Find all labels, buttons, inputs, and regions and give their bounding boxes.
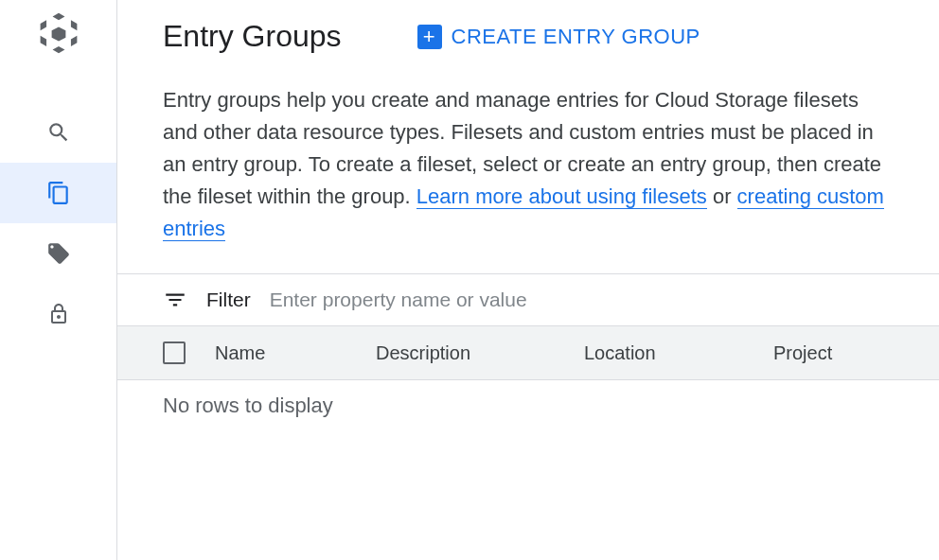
- sidebar: [0, 0, 117, 560]
- sidebar-item-entry-groups[interactable]: [0, 163, 116, 223]
- column-project[interactable]: Project: [773, 342, 894, 364]
- select-all-checkbox[interactable]: [163, 341, 186, 364]
- svg-marker-2: [40, 20, 45, 30]
- filter-label: Filter: [206, 289, 251, 311]
- svg-marker-3: [70, 36, 76, 46]
- svg-marker-6: [51, 27, 65, 42]
- hexagon-logo-icon: [36, 9, 81, 59]
- create-entry-group-button[interactable]: + CREATE ENTRY GROUP: [417, 25, 700, 49]
- svg-marker-1: [70, 20, 76, 30]
- svg-marker-5: [52, 46, 64, 53]
- description-text: Entry groups help you create and manage …: [117, 77, 939, 274]
- tag-icon: [46, 241, 71, 266]
- column-name[interactable]: Name: [215, 342, 376, 364]
- page-title: Entry Groups: [163, 19, 342, 54]
- description-part2: or: [707, 184, 737, 208]
- svg-marker-4: [40, 36, 45, 46]
- learn-filesets-link[interactable]: Learn more about using filesets: [416, 184, 707, 209]
- filter-input[interactable]: [270, 289, 894, 311]
- column-location[interactable]: Location: [584, 342, 773, 364]
- filter-icon: [163, 288, 187, 312]
- select-all-cell: [163, 341, 215, 364]
- main-content: Entry Groups + CREATE ENTRY GROUP Entry …: [117, 0, 939, 560]
- plus-icon: +: [417, 25, 442, 49]
- column-description[interactable]: Description: [376, 342, 584, 364]
- table-header: Name Description Location Project: [117, 325, 939, 380]
- copy-squares-icon: [46, 181, 71, 205]
- empty-state-message: No rows to display: [117, 380, 939, 431]
- lock-icon: [47, 303, 70, 325]
- sidebar-item-security[interactable]: [0, 284, 116, 344]
- filter-bar: Filter: [117, 274, 939, 325]
- sidebar-item-tags[interactable]: [0, 223, 116, 284]
- search-icon: [46, 120, 71, 145]
- product-logo: [36, 11, 81, 57]
- sidebar-item-search[interactable]: [0, 102, 116, 163]
- create-button-label: CREATE ENTRY GROUP: [452, 25, 700, 49]
- svg-marker-0: [52, 13, 64, 20]
- header: Entry Groups + CREATE ENTRY GROUP: [117, 0, 939, 77]
